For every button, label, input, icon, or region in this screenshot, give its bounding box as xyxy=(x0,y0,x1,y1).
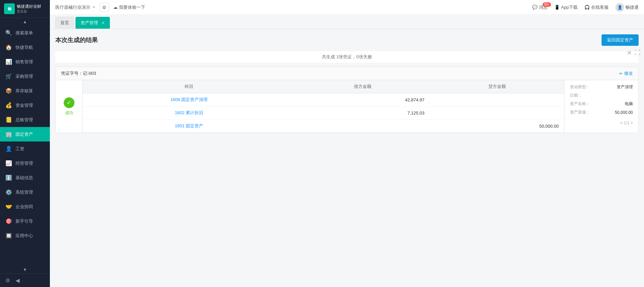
edit-icon: ✏ xyxy=(619,71,623,76)
logo-text: 畅捷通好业财 普及版 xyxy=(17,4,41,14)
money-icon: 💰 xyxy=(5,102,12,108)
target-icon: 🎯 xyxy=(5,218,12,224)
prev-page-button[interactable]: < xyxy=(620,121,623,125)
voucher-header: 凭证字号：记-003 ✏ 修改 xyxy=(56,67,638,80)
sidebar-item-search[interactable]: 🔍 搜索菜单 xyxy=(0,26,50,40)
sidebar-item-ledger[interactable]: 📒 总账管理 xyxy=(0,113,50,127)
voucher-pagination: < 1/1 > xyxy=(570,118,633,127)
gear-icon: ⚙️ xyxy=(5,189,12,195)
row1-credit xyxy=(430,93,564,106)
message-button[interactable]: 💬 消息 99+ xyxy=(532,4,548,10)
trend-icon: 📈 xyxy=(5,160,12,166)
workspace-arrow-icon: ▼ xyxy=(92,5,96,9)
summary-text: 共生成 1张凭证，0张失败 xyxy=(322,54,372,59)
sidebar-item-purchase[interactable]: 🛒 采购管理 xyxy=(0,69,50,84)
tab-asset-mgmt[interactable]: 资产管理 ✕ xyxy=(75,17,110,29)
download-icon: 📱 xyxy=(554,5,560,10)
tab-close-icon[interactable]: ✕ xyxy=(101,21,105,25)
workspace-selector[interactable]: 医疗器械行业演示 ▼ xyxy=(55,4,96,10)
apps-icon: 🔲 xyxy=(5,232,12,239)
asset-name-value: 电脑 xyxy=(625,101,633,107)
topbar: 医疗器械行业演示 ▼ ⚙ ☁ 我要体验一下 💬 消息 99+ 📱 App下载 🎧… xyxy=(50,0,644,15)
sidebar-item-operations[interactable]: 📈 经营管理 xyxy=(0,156,50,170)
close-panel-button[interactable]: ✕ xyxy=(627,49,632,57)
row2-credit xyxy=(430,106,564,120)
app-download-label: App下载 xyxy=(561,4,578,10)
trial-label: 我要体验一下 xyxy=(119,4,145,10)
edit-voucher-button[interactable]: ✏ 修改 xyxy=(619,70,633,76)
sidebar-item-fund[interactable]: 💰 资金管理 xyxy=(0,98,50,113)
original-value-row: 资产原值： 50,000.00 xyxy=(570,109,633,115)
back-to-fixed-assets-button[interactable]: 返回固定资产 xyxy=(602,34,639,46)
chart-icon: 📊 xyxy=(5,59,12,65)
col-subject: 科目 xyxy=(83,80,296,93)
search-icon: 🔍 xyxy=(5,30,12,36)
voucher-body: ✓ 成功 科目 借方金额 贷方金额 xyxy=(56,80,638,133)
voucher-card: 凭证字号：记-003 ✏ 修改 ✓ 成功 科目 xyxy=(55,67,639,133)
sidebar-item-enterprise[interactable]: 🤝 企业协同 xyxy=(0,199,50,214)
username: 畅捷通 xyxy=(625,4,639,10)
trial-button[interactable]: ☁ 我要体验一下 xyxy=(113,4,145,10)
settings-button[interactable]: ⚙ xyxy=(100,3,109,12)
scroll-up-arrow[interactable]: ▲ xyxy=(0,18,50,26)
settings-bottom-icon[interactable]: ⚙ xyxy=(5,277,10,284)
tab-home[interactable]: 首页 xyxy=(55,17,74,29)
tabbar: 首页 资产管理 ✕ xyxy=(50,15,644,29)
row3-credit: 50,000.00 xyxy=(430,120,564,133)
message-badge: 99+ xyxy=(543,2,551,7)
next-page-button[interactable]: > xyxy=(631,121,633,125)
table-row: 1602 累计折旧 7,125.03 xyxy=(83,106,564,120)
success-icon: ✓ xyxy=(64,97,74,108)
home-icon: 🏠 xyxy=(5,44,12,51)
settings-icon: ⚙ xyxy=(102,5,106,10)
collapse-icon[interactable]: ◀ xyxy=(16,277,20,284)
cart-icon: 🛒 xyxy=(5,73,12,79)
sidebar-item-payroll[interactable]: 👤 工资 xyxy=(0,141,50,156)
sidebar-nav: 🔍 搜索菜单 🏠 快捷导航 📊 销售管理 🛒 采购管理 📦 库存核算 💰 资金管… xyxy=(0,26,50,266)
result-summary: 共生成 1张凭证，0张失败 xyxy=(55,51,639,63)
logo-icon: 畅 xyxy=(4,3,15,14)
sidebar-item-quick-nav[interactable]: 🏠 快捷导航 xyxy=(0,40,50,55)
page-indicator: 1/1 xyxy=(624,121,630,125)
content-area: 本次生成的结果 返回固定资产 ✕ ⛶ 共生成 1张凭证，0张失败 凭证字号：记-… xyxy=(50,29,644,287)
sidebar-item-guide[interactable]: 🎯 新手引导 xyxy=(0,214,50,228)
col-credit: 贷方金额 xyxy=(430,80,564,93)
status-text: 成功 xyxy=(65,110,73,116)
voucher-info-panel: 变动类型： 资产清理 日期： 资产名称： 电脑 资产原值： 50,000.00 xyxy=(564,80,638,133)
service-icon: 🎧 xyxy=(584,5,590,10)
scroll-down-arrow[interactable]: ▼ xyxy=(0,266,50,274)
topbar-right: 💬 消息 99+ 📱 App下载 🎧 在线客服 👤 畅捷通 xyxy=(532,3,639,12)
building-icon: 🏢 xyxy=(5,131,12,137)
col-debit: 借方金额 xyxy=(296,80,430,93)
change-type-row: 变动类型： 资产清理 xyxy=(570,84,633,90)
row1-subject: 1606 固定资产清理 xyxy=(83,93,296,106)
table-row: 1601 固定资产 50,000.00 xyxy=(83,120,564,133)
user-menu[interactable]: 👤 畅捷通 xyxy=(615,3,639,12)
sidebar-item-inventory[interactable]: 📦 库存核算 xyxy=(0,84,50,98)
row2-subject: 1602 累计折旧 xyxy=(83,106,296,120)
date-row: 日期： xyxy=(570,93,633,98)
date-label: 日期： xyxy=(570,93,582,98)
voucher-number: 凭证字号：记-003 xyxy=(61,70,96,76)
tab-asset-mgmt-label: 资产管理 xyxy=(81,20,98,25)
main-area: 医疗器械行业演示 ▼ ⚙ ☁ 我要体验一下 💬 消息 99+ 📱 App下载 🎧… xyxy=(50,0,644,287)
change-type-label: 变动类型： xyxy=(570,84,590,90)
page-header: 本次生成的结果 返回固定资产 xyxy=(55,34,639,46)
book-icon: 📒 xyxy=(5,117,12,123)
sidebar-item-app-center[interactable]: 🔲 应用中心 xyxy=(0,228,50,243)
voucher-table: 科目 借方金额 贷方金额 1606 固定资产清理 42,874.97 xyxy=(83,80,564,133)
app-download-button[interactable]: 📱 App下载 xyxy=(554,4,578,10)
expand-panel-button[interactable]: ⛶ xyxy=(635,49,641,57)
table-row: 1606 固定资产清理 42,874.97 xyxy=(83,93,564,106)
sidebar-item-basic-info[interactable]: ℹ️ 基础信息 xyxy=(0,170,50,185)
sidebar-item-fixed-assets[interactable]: 🏢 固定资产 xyxy=(0,127,50,141)
sidebar-bottom: ⚙ ◀ xyxy=(0,274,50,287)
sidebar: 畅 畅捷通好业财 普及版 ▲ 🔍 搜索菜单 🏠 快捷导航 📊 销售管理 🛒 采购… xyxy=(0,0,50,287)
cloud-icon: ☁ xyxy=(113,5,118,10)
customer-service-button[interactable]: 🎧 在线客服 xyxy=(584,4,609,10)
sidebar-item-system[interactable]: ⚙️ 系统管理 xyxy=(0,185,50,199)
asset-name-label: 资产名称： xyxy=(570,101,590,107)
row1-debit: 42,874.97 xyxy=(296,93,430,106)
customer-service-label: 在线客服 xyxy=(591,4,609,10)
sidebar-item-sales[interactable]: 📊 销售管理 xyxy=(0,55,50,69)
